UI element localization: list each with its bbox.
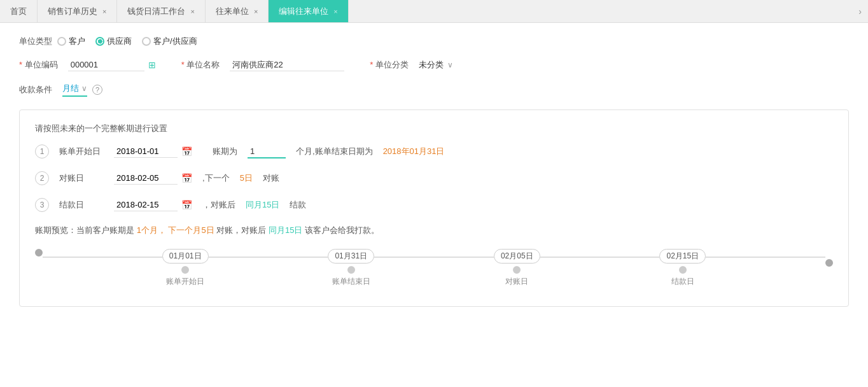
- tab-bar: 首页 销售订单历史 × 钱货日清工作台 × 往来单位 × 编辑往来单位 × ›: [0, 0, 868, 23]
- radio-customer-supplier-circle: [142, 37, 151, 46]
- tl-line-4: [706, 257, 825, 258]
- payment-condition-value: 月结: [62, 83, 79, 94]
- tl-connector-2: [374, 249, 494, 258]
- radio-supplier[interactable]: 供应商: [95, 36, 132, 47]
- step-1-period-label: 账期为: [213, 146, 237, 157]
- step-2-date-group: 📅: [114, 172, 192, 185]
- step-3-suffix: 结款: [290, 199, 306, 211]
- tab-scroll-arrow[interactable]: ›: [852, 6, 868, 17]
- unit-code-label: 单位编码: [19, 59, 58, 71]
- step-3-number: 3: [35, 198, 49, 212]
- unit-type-label: 单位类型: [19, 36, 52, 47]
- close-edit-partner-icon[interactable]: ×: [333, 8, 337, 15]
- unit-code-input[interactable]: [68, 59, 144, 71]
- tl-node-2: 01月31日 账单结束日: [328, 249, 374, 287]
- tl-node-1: 01月01日 账单开始日: [162, 249, 209, 287]
- tl-node-3: 02月05日 对账日: [494, 249, 540, 287]
- unit-category-select[interactable]: 未分类 ∨: [419, 59, 453, 71]
- tl-line-1: [209, 257, 328, 258]
- tl-line-0: [43, 257, 162, 258]
- help-icon[interactable]: ?: [92, 85, 102, 95]
- tab-cash-work[interactable]: 钱货日清工作台 ×: [117, 0, 205, 22]
- tl-badge-1: 01月01日: [162, 249, 209, 264]
- step-3-highlight2: 同月15日: [246, 199, 279, 211]
- step-2-suffix: 对账: [263, 172, 279, 184]
- tl-end-dot: [825, 259, 833, 267]
- tl-start-node: [35, 249, 43, 257]
- close-cash-work-icon[interactable]: ×: [190, 8, 194, 15]
- payment-condition-select[interactable]: 月结 ∨: [62, 83, 87, 97]
- tl-line-3: [540, 257, 660, 258]
- tl-badge-2: 01月31日: [328, 249, 374, 264]
- tl-dot-3: [513, 266, 521, 274]
- tl-node-4: 02月15日 结款日: [659, 249, 706, 287]
- step-2-date-input[interactable]: [114, 172, 178, 185]
- step-1-period-input[interactable]: [248, 145, 286, 158]
- step-3-date-group: 📅: [114, 199, 192, 211]
- unit-type-row: 单位类型 客户 供应商 客户/供应商: [19, 36, 849, 47]
- tab-edit-partner[interactable]: 编辑往来单位 ×: [269, 0, 348, 22]
- radio-supplier-circle: [95, 37, 104, 46]
- step-2-number: 2: [35, 171, 49, 185]
- tl-label-4: 结款日: [671, 276, 694, 287]
- tl-badge-4: 02月15日: [659, 249, 706, 264]
- tl-label-2: 账单结束日: [332, 276, 370, 287]
- step-1-row: 1 账单开始日 📅 账期为 个月,账单结束日期为 2018年01月31日: [35, 144, 833, 158]
- unit-name-input[interactable]: [230, 59, 344, 71]
- tl-connector-4: [706, 249, 825, 258]
- tab-home[interactable]: 首页: [0, 0, 38, 22]
- unit-code-copy-icon[interactable]: ⊞: [148, 60, 156, 70]
- unit-category-field: 单位分类 未分类 ∨: [370, 59, 453, 71]
- preview-text: 账期预览：当前客户账期是 1个月， 下一个月5日 对账，对账后 同月15日 该客…: [35, 225, 833, 236]
- tl-label-1: 账单开始日: [166, 276, 204, 287]
- preview-same: 同月15日: [269, 225, 302, 235]
- step-1-label: 账单开始日: [59, 146, 104, 157]
- step-3-calendar-icon[interactable]: 📅: [181, 200, 192, 210]
- step-2-prefix: ,下一个: [202, 172, 230, 184]
- preview-next: 下一个月5日: [168, 225, 214, 235]
- step-1-end-date: 2018年01月31日: [383, 146, 445, 157]
- radio-customer[interactable]: 客户: [57, 36, 85, 47]
- step-3-row: 3 结款日 📅 ，对账后 同月15日 结款: [35, 198, 833, 212]
- unit-name-field: 单位名称: [181, 59, 345, 71]
- step-2-row: 2 对账日 📅 ,下一个 5日 对账: [35, 171, 833, 185]
- preview-1m: 1个月，: [137, 225, 166, 235]
- unit-category-label: 单位分类: [370, 59, 409, 71]
- step-1-calendar-icon[interactable]: 📅: [181, 146, 192, 157]
- radio-customer-supplier[interactable]: 客户/供应商: [142, 36, 197, 47]
- step-1-number: 1: [35, 144, 49, 158]
- main-content: 单位类型 客户 供应商 客户/供应商 单位编码 ⊞ 单位名: [0, 23, 868, 387]
- unit-name-label: 单位名称: [181, 59, 220, 71]
- timeline-wrapper: 01月01日 账单开始日 01月31日 账单结束日 02月05日: [35, 249, 833, 293]
- payment-condition-row: 收款条件 月结 ∨ ?: [19, 83, 849, 97]
- tl-connector-3: [540, 249, 660, 258]
- tl-dot-4: [679, 266, 687, 274]
- close-partner-icon[interactable]: ×: [254, 8, 258, 15]
- step-1-date-input[interactable]: [114, 145, 178, 158]
- preview-prefix: 账期预览：当前客户账期是: [35, 225, 134, 235]
- step-1-date-group: 📅: [114, 145, 192, 158]
- step-3-date-input[interactable]: [114, 199, 178, 211]
- unit-category-arrow-icon: ∨: [447, 60, 453, 69]
- payment-condition-label: 收款条件: [19, 84, 52, 95]
- step-2-label: 对账日: [59, 172, 104, 184]
- close-sales-history-icon[interactable]: ×: [102, 8, 106, 15]
- tl-end-node: [825, 249, 833, 267]
- payment-select-arrow-icon: ∨: [81, 84, 87, 93]
- step-2-calendar-icon[interactable]: 📅: [181, 173, 192, 183]
- unit-code-input-group: ⊞: [68, 59, 156, 71]
- tl-connector-1: [209, 249, 328, 258]
- tl-line-2: [374, 257, 494, 258]
- tl-badge-3: 02月05日: [494, 249, 540, 264]
- tl-dot-1: [181, 266, 189, 274]
- tl-start-dot: [35, 249, 43, 257]
- preview-middle: 对账，对账后: [216, 225, 266, 235]
- tab-sales-history[interactable]: 销售订单历史 ×: [38, 0, 117, 22]
- unit-code-field: 单位编码 ⊞: [19, 59, 156, 71]
- preview-suffix: 该客户会给我打款。: [305, 225, 379, 235]
- tab-partner[interactable]: 往来单位 ×: [206, 0, 269, 22]
- tl-dot-2: [347, 266, 355, 274]
- billing-panel: 请按照未来的一个完整帐期进行设置 1 账单开始日 📅 账期为 个月,账单结束日期…: [19, 109, 849, 307]
- tl-label-3: 对账日: [505, 276, 528, 287]
- step-3-label: 结款日: [59, 199, 104, 211]
